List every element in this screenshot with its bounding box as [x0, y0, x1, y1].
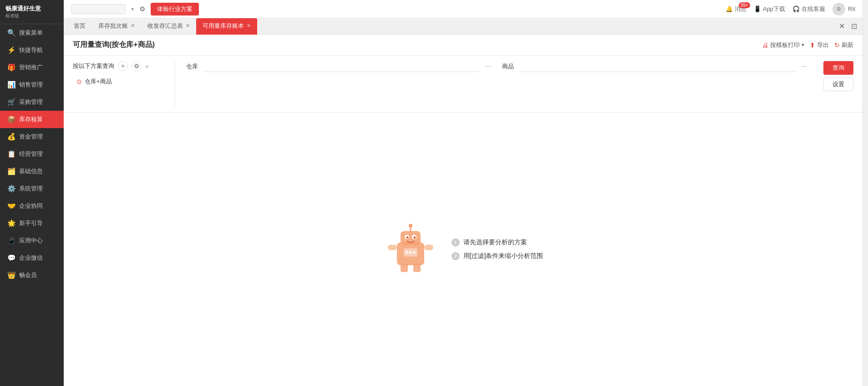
- right-scrollbar[interactable]: [863, 0, 868, 386]
- goods-input[interactable]: [519, 61, 796, 72]
- warehouse-more-button[interactable]: ···: [483, 62, 493, 71]
- industry-button[interactable]: 体验行业方案: [151, 3, 199, 15]
- crown-icon: 👑: [7, 271, 15, 279]
- breadcrumb-input[interactable]: [71, 4, 126, 14]
- sidebar-logo: 畅康通好生意 标准版: [0, 0, 64, 24]
- sidebar-item-inventory[interactable]: 📦 库存核算: [0, 111, 64, 128]
- print-dropdown-icon[interactable]: ▾: [802, 42, 804, 48]
- empty-tip-2: 2 用[过滤]条件来缩小分析范围: [452, 252, 543, 260]
- warehouse-label: 仓库: [186, 62, 200, 71]
- collapse-button[interactable]: «: [145, 62, 149, 70]
- tab-batch-close[interactable]: ✕: [131, 23, 135, 29]
- tip-text-2: 用[过滤]条件来缩小分析范围: [463, 252, 543, 260]
- cart-icon: 🛒: [7, 98, 15, 106]
- sidebar-item-basic[interactable]: 🗂️ 基础信息: [0, 163, 64, 180]
- filter-area: 按以下方案查询 ＋ ⚙ « ⊙ 仓库+商品 仓库 ··· 商品: [64, 56, 863, 113]
- sidebar-item-sales[interactable]: 📊 销售管理: [0, 76, 64, 93]
- refresh-button[interactable]: ↻ 刷新: [834, 41, 853, 49]
- chat-icon: 💬: [7, 254, 15, 262]
- sidebar-item-search[interactable]: 🔍 搜索菜单: [0, 24, 64, 41]
- scheme-item-warehouse-goods[interactable]: ⊙ 仓库+商品: [73, 75, 164, 88]
- page-title: 可用量查询(按仓库+商品): [73, 40, 155, 50]
- svg-rect-10: [401, 264, 408, 272]
- tabs-bar-right: ✕ ⊡: [837, 20, 859, 32]
- refresh-icon: ↻: [834, 41, 840, 49]
- tab-available[interactable]: 可用量库存账本 ✕: [196, 18, 257, 35]
- print-label: 按模板打印: [770, 41, 800, 49]
- sidebar-item-label: 系统管理: [19, 185, 43, 193]
- tab-summary[interactable]: 收发存汇总表 ✕: [141, 18, 196, 35]
- sidebar-item-label: 应用中心: [19, 237, 43, 245]
- sidebar-item-purchase[interactable]: 🛒 采购管理: [0, 93, 64, 111]
- tab-batch-label: 库存批次账: [98, 22, 128, 30]
- tab-summary-close[interactable]: ✕: [186, 23, 190, 29]
- action-buttons: 查询 设置: [823, 61, 853, 91]
- bell-icon: 🔔: [726, 5, 733, 12]
- warehouse-input[interactable]: [203, 61, 480, 72]
- user-name: Rit: [848, 5, 855, 12]
- settings-icon[interactable]: ⚙: [139, 5, 145, 13]
- gear-icon: ⚙️: [7, 185, 15, 193]
- sidebar-item-newbie[interactable]: 🌟 新手引导: [0, 215, 64, 232]
- filter-scheme-header: 按以下方案查询 ＋ ⚙ «: [73, 61, 164, 71]
- logo-sub: 标准版: [5, 13, 58, 19]
- sidebar-item-label: 企业微信: [19, 254, 43, 262]
- scheme-settings-button[interactable]: ⚙: [132, 61, 142, 71]
- add-scheme-button[interactable]: ＋: [118, 61, 128, 71]
- svg-point-5: [413, 237, 416, 239]
- user-area[interactable]: R Rit: [832, 3, 855, 15]
- tab-batch[interactable]: 库存批次账 ✕: [92, 18, 141, 35]
- close-all-button[interactable]: ✕: [837, 20, 847, 32]
- sidebar-item-operation[interactable]: 📋 经营管理: [0, 145, 64, 163]
- export-button[interactable]: ⬆ 导出: [810, 41, 829, 49]
- sidebar-item-vip[interactable]: 👑 畅会员: [0, 267, 64, 284]
- set-button[interactable]: 设置: [823, 77, 853, 91]
- folder-icon: 🗂️: [7, 167, 15, 175]
- tab-home[interactable]: 首页: [67, 18, 92, 35]
- dropdown-icon[interactable]: ▾: [131, 6, 134, 12]
- sidebar-item-label: 库存核算: [19, 115, 43, 124]
- sidebar-item-label: 基础信息: [19, 167, 43, 175]
- sidebar-item-system[interactable]: ⚙️ 系统管理: [0, 180, 64, 197]
- goods-label: 商品: [502, 62, 516, 71]
- query-button[interactable]: 查询: [823, 61, 853, 75]
- empty-inner: 1 请先选择要分析的方案 2 用[过滤]条件来缩小分析范围: [383, 222, 543, 277]
- fullscreen-button[interactable]: ⊡: [849, 20, 859, 32]
- goods-more-button[interactable]: ···: [799, 62, 809, 71]
- filter-row-1: 仓库 ··· 商品 ···: [186, 61, 809, 72]
- sidebar-item-appstore[interactable]: 📱 应用中心: [0, 232, 64, 249]
- headset-icon: 🎧: [792, 5, 800, 12]
- phone-icon: 📱: [754, 5, 761, 12]
- main-content: ▾ ⚙ 体验行业方案 🔔 消息 99+ 📱 App下载 🎧 在线客服 R Rit: [64, 0, 863, 386]
- scheme-item-label: 仓库+商品: [85, 77, 112, 86]
- sidebar-item-wechat[interactable]: 💬 企业微信: [0, 249, 64, 267]
- sidebar-item-label: 企业协同: [19, 202, 43, 210]
- svg-rect-8: [388, 245, 397, 250]
- svg-rect-11: [413, 264, 421, 272]
- print-button[interactable]: 🖨 按模板打印 ▾: [762, 41, 804, 49]
- app-download-button[interactable]: 📱 App下载: [754, 5, 785, 13]
- message-badge: 99+: [739, 2, 750, 8]
- filter-left: 按以下方案查询 ＋ ⚙ « ⊙ 仓库+商品: [73, 61, 164, 88]
- handshake-icon: 🤝: [7, 202, 15, 210]
- sidebar-item-shortcut[interactable]: ⚡ 快捷导航: [0, 41, 64, 59]
- sidebar-item-label: 经营管理: [19, 150, 43, 158]
- export-label: 导出: [817, 41, 829, 49]
- message-button[interactable]: 🔔 消息 99+: [726, 5, 746, 13]
- refresh-label: 刷新: [842, 41, 853, 49]
- tab-available-label: 可用量库存账本: [203, 22, 244, 30]
- sidebar-item-finance[interactable]: 💰 资金管理: [0, 128, 64, 145]
- empty-robot-illustration: [383, 222, 438, 277]
- top-header: ▾ ⚙ 体验行业方案 🔔 消息 99+ 📱 App下载 🎧 在线客服 R Rit: [64, 0, 863, 18]
- online-service-button[interactable]: 🎧 在线客服: [792, 5, 825, 13]
- export-icon: ⬆: [810, 41, 815, 49]
- scheme-label: 按以下方案查询: [73, 62, 114, 70]
- tab-available-close[interactable]: ✕: [247, 23, 251, 29]
- sidebar-item-enterprise[interactable]: 🤝 企业协同: [0, 197, 64, 215]
- sidebar-item-marketing[interactable]: 🎁 营销推广: [0, 59, 64, 76]
- app-label: App下载: [763, 5, 785, 13]
- tab-home-label: 首页: [74, 22, 86, 30]
- header-right: 🔔 消息 99+ 📱 App下载 🎧 在线客服 R Rit: [726, 3, 855, 15]
- chart-icon: 📊: [7, 81, 15, 89]
- sidebar-nav: 🔍 搜索菜单 ⚡ 快捷导航 🎁 营销推广 📊 销售管理 🛒 采购管理 📦 库存核…: [0, 24, 64, 386]
